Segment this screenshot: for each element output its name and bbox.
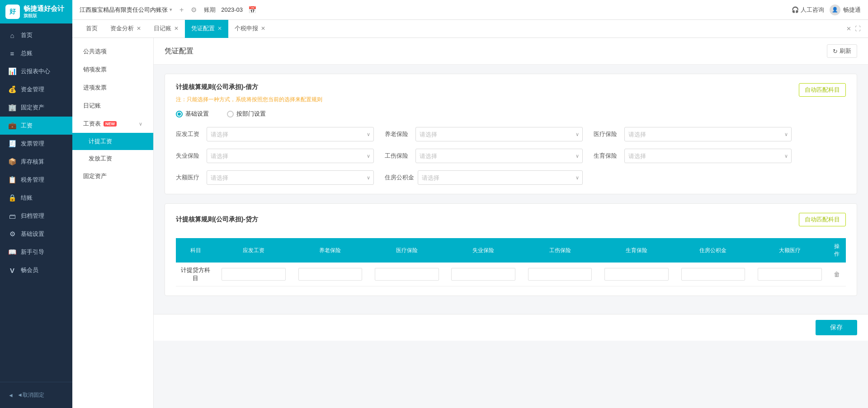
close-all-icon[interactable]: ✕ xyxy=(846,25,851,32)
settings-gear-icon[interactable]: ⚙ xyxy=(191,6,197,14)
select-shiye[interactable]: 请选择 xyxy=(207,149,374,163)
credit-yingfa-input[interactable] xyxy=(222,268,286,281)
period-label: 账期 xyxy=(204,6,216,14)
subnav-sales-invoice[interactable]: 销项发票 xyxy=(72,61,153,79)
sidebar-item-tax[interactable]: 📋 税务管理 xyxy=(0,171,72,189)
tab-journal[interactable]: 日记账 ✕ xyxy=(147,20,185,38)
subnav-accrual[interactable]: 计提工资 xyxy=(72,133,153,150)
subnav-accrual-label: 计提工资 xyxy=(89,138,112,145)
zhufang-select[interactable]: 请选择 xyxy=(418,170,583,185)
select-yiliao[interactable]: 请选择 xyxy=(624,127,792,141)
tab-voucher-config[interactable]: 凭证配置 ✕ xyxy=(185,20,228,38)
debit-auto-match-button[interactable]: 自动匹配科目 xyxy=(799,83,846,97)
select-zhufang[interactable]: 请选择 xyxy=(418,170,583,185)
reports-icon: 📊 xyxy=(8,67,16,75)
sidebar-item-salary[interactable]: 💼 工资 xyxy=(0,117,72,135)
debit-form-grid: 应发工资 请选择 养老保险 xyxy=(176,127,792,185)
credit-yiliao-input[interactable] xyxy=(375,268,439,281)
human-support-button[interactable]: 🎧 人工咨询 xyxy=(792,6,824,14)
field-gong-shang: 工伤保险 请选择 xyxy=(385,149,583,163)
topbar: 江西服宝精品有限责任公司内账张 ▾ + ⚙ 账期 2023-03 📅 🎧 人工咨… xyxy=(72,0,868,20)
sidebar-item-archive[interactable]: 🗃 归档管理 xyxy=(0,207,72,225)
select-yanglao[interactable]: 请选择 xyxy=(415,127,583,141)
sidebar-item-guide[interactable]: 📖 新手引导 xyxy=(0,243,72,261)
credit-zhufang-input[interactable] xyxy=(681,268,745,281)
credit-yanglao-input[interactable] xyxy=(298,268,363,281)
subnav-expand-icon: ∨ xyxy=(139,121,142,127)
tab-home[interactable]: 首页 xyxy=(80,20,104,38)
credit-daeyiliao-input[interactable] xyxy=(758,268,822,281)
subnav-distribute[interactable]: 发放工资 xyxy=(72,150,153,167)
subnav-public[interactable]: 公共选项 xyxy=(72,42,153,61)
field-label-shengyu: 生育保险 xyxy=(594,152,621,160)
logo-text: 畅捷通好会计 xyxy=(24,5,64,13)
select-yingfa[interactable]: 请选择 xyxy=(207,127,374,141)
sidebar-item-home[interactable]: ⌂ 首页 xyxy=(0,26,72,44)
tax-icon: 📋 xyxy=(8,176,16,184)
sidebar-item-invoice[interactable]: 🧾 发票管理 xyxy=(0,135,72,153)
save-button[interactable]: 保存 xyxy=(816,320,857,335)
period-value: 2023-03 xyxy=(221,6,243,13)
col-yiliao: 医疗保险 xyxy=(368,238,445,263)
vip-icon: V xyxy=(8,267,16,274)
new-badge: NEW xyxy=(104,121,117,127)
tab-fund-analysis[interactable]: 资金分析 ✕ xyxy=(104,20,147,38)
col-yanglao: 养老保险 xyxy=(292,238,368,263)
subnav-journal[interactable]: 日记账 xyxy=(72,97,153,115)
user-menu[interactable]: 👤 畅捷通 xyxy=(830,5,861,15)
subnav-purchase-invoice[interactable]: 进项发票 xyxy=(72,79,153,97)
gongshang-select[interactable]: 请选择 xyxy=(415,149,583,163)
sidebar-item-close[interactable]: 🔒 结账 xyxy=(0,189,72,207)
credit-shiye-input[interactable] xyxy=(451,268,515,281)
select-gongshang[interactable]: 请选择 xyxy=(415,149,583,163)
refresh-button[interactable]: ↻ 刷新 xyxy=(827,44,857,58)
credit-table: 科目 应发工资 养老保险 医疗保险 失业保险 工伤保险 生育保险 住房公积金 大… xyxy=(176,238,846,286)
sidebar-item-label: 归档管理 xyxy=(21,212,44,220)
calendar-icon[interactable]: 📅 xyxy=(248,6,257,14)
subnav-salary-table[interactable]: 工资表 NEW ∨ xyxy=(72,115,153,133)
yiliao-select[interactable]: 请选择 xyxy=(624,127,792,141)
select-shengyu[interactable]: 请选择 xyxy=(624,149,792,163)
shiye-select[interactable]: 请选择 xyxy=(207,149,374,163)
tab-close-icon[interactable]: ✕ xyxy=(174,25,179,32)
sidebar-item-settings[interactable]: ⚙ 基础设置 xyxy=(0,225,72,243)
sidebar-item-vip[interactable]: V 畅会员 xyxy=(0,261,72,279)
shengyu-select[interactable]: 请选择 xyxy=(624,149,792,163)
tab-close-icon[interactable]: ✕ xyxy=(217,25,222,32)
sidebar-item-reports[interactable]: 📊 云报表中心 xyxy=(0,62,72,80)
sidebar-item-assets[interactable]: 🏢 固定资产 xyxy=(0,98,72,117)
radio-dept[interactable]: 按部门设置 xyxy=(227,110,266,118)
tab-close-icon[interactable]: ✕ xyxy=(261,25,265,32)
tab-close-icon[interactable]: ✕ xyxy=(137,25,141,32)
sidebar-item-label: 固定资产 xyxy=(21,103,44,112)
row-subject-label: 计提贷方科目 xyxy=(176,263,215,286)
subnav-sales-invoice-label: 销项发票 xyxy=(83,66,107,74)
tab-actions: ✕ ⛶ xyxy=(846,25,861,32)
tab-journal-label: 日记账 xyxy=(154,24,171,33)
credit-shengyu-input[interactable] xyxy=(604,268,669,281)
sidebar-item-inventory[interactable]: 📦 库存核算 xyxy=(0,153,72,171)
select-daeyiliao[interactable]: 请选择 xyxy=(207,170,374,185)
tab-tax-filing[interactable]: 个税申报 ✕ xyxy=(228,20,272,38)
yingfa-select[interactable]: 请选择 xyxy=(207,127,374,141)
add-account-button[interactable]: + xyxy=(178,6,185,14)
row-yiliao-cell xyxy=(368,263,445,286)
support-label: 人工咨询 xyxy=(801,6,824,14)
sidebar-item-ledger[interactable]: ≡ 总账 xyxy=(0,44,72,62)
tab-tax-filing-label: 个税申报 xyxy=(235,24,258,33)
delete-row-button[interactable]: 🗑 xyxy=(834,271,840,278)
credit-auto-match-button[interactable]: 自动匹配科目 xyxy=(799,213,846,226)
assets-icon: 🏢 xyxy=(8,103,16,112)
settings-icon: ⚙ xyxy=(8,230,16,238)
radio-basic[interactable]: 基础设置 xyxy=(176,110,209,118)
daeyiliao-select[interactable]: 请选择 xyxy=(207,170,374,185)
credit-gongshang-input[interactable] xyxy=(528,268,592,281)
radio-group-debit: 基础设置 按部门设置 xyxy=(176,110,792,118)
expand-icon[interactable]: ⛶ xyxy=(855,25,861,32)
yanglao-select[interactable]: 请选择 xyxy=(415,127,583,141)
subnav-fixed-assets[interactable]: 固定资产 xyxy=(72,167,153,185)
sidebar-item-funds[interactable]: 💰 资金管理 xyxy=(0,80,72,98)
col-gongshang: 工伤保险 xyxy=(522,238,598,263)
company-selector[interactable]: 江西服宝精品有限责任公司内账张 ▾ xyxy=(80,6,172,14)
cancel-pin-button[interactable]: ◄ ◄取消固定 xyxy=(0,387,72,403)
